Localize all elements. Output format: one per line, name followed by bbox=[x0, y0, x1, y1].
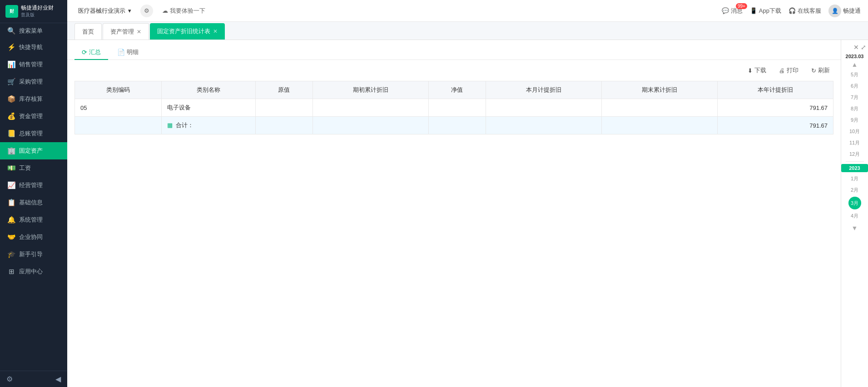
col-code: 类别编码 bbox=[75, 81, 162, 99]
user-label: 畅捷通 bbox=[843, 7, 861, 15]
user-icon: 👤 bbox=[832, 8, 838, 14]
subtotal-period-dep bbox=[312, 117, 428, 134]
sub-tab-summary[interactable]: ⟳ 汇总 bbox=[74, 45, 108, 60]
sidebar-item-system[interactable]: 🔔 系统管理 bbox=[0, 211, 67, 228]
message-action[interactable]: 💬 消息 99+ bbox=[722, 7, 743, 15]
month-2[interactable]: 2月 bbox=[841, 185, 868, 195]
inventory-icon: 📦 bbox=[7, 95, 15, 103]
month-4[interactable]: 4月 bbox=[841, 211, 868, 221]
phone-icon: 📱 bbox=[750, 7, 757, 14]
table-wrap: 类别编码 类别名称 原值 期初累计折旧 净值 本月计提折旧 期末累计折旧 本年计… bbox=[67, 81, 841, 387]
sidebar-item-label: 总账管理 bbox=[19, 129, 43, 138]
month-1[interactable]: 1月 bbox=[841, 174, 868, 184]
subtotal-net bbox=[428, 117, 486, 134]
year-2023[interactable]: 2023 bbox=[841, 164, 868, 172]
main-area: 医疗器械行业演示 ▾ ⚙ ☁ 我要体验一下 💬 消息 99+ 📱 App下载 🎧… bbox=[67, 0, 868, 387]
headset-icon: 🎧 bbox=[789, 7, 796, 14]
tab-home-label: 首页 bbox=[82, 28, 94, 36]
table-row[interactable]: 05 电子设备 791.67 bbox=[75, 99, 833, 117]
sub-tab-detail[interactable]: 📄 明细 bbox=[110, 45, 146, 60]
refresh-button[interactable]: ↻ 刷新 bbox=[808, 64, 833, 76]
row-annual-dep: 791.67 bbox=[717, 99, 833, 117]
month-11[interactable]: 11月 bbox=[841, 138, 868, 148]
appdownload-action[interactable]: 📱 App下载 bbox=[750, 7, 781, 15]
support-action[interactable]: 🎧 在线客服 bbox=[789, 7, 821, 15]
sidebar-item-ledger[interactable]: 📒 总账管理 bbox=[0, 125, 67, 142]
sidebar-item-label: 经营管理 bbox=[19, 181, 43, 189]
col-monthly-dep: 本月计提折旧 bbox=[486, 81, 602, 99]
sidebar-item-label: 销售管理 bbox=[19, 60, 43, 69]
month-8[interactable]: 8月 bbox=[841, 104, 868, 114]
month-5[interactable]: 5月 bbox=[841, 70, 868, 79]
collapse-icon[interactable]: ◀ bbox=[55, 375, 61, 383]
page-content: ⟳ 汇总 📄 明细 ⬇ 下载 🖨 打印 bbox=[67, 40, 841, 387]
sidebar-item-label: 系统管理 bbox=[19, 216, 43, 224]
sidebar-item-label: 新手引导 bbox=[19, 250, 43, 258]
sidebar-item-ops[interactable]: 📈 经营管理 bbox=[0, 177, 67, 194]
tab-depreciation-close[interactable]: ✕ bbox=[213, 28, 218, 35]
tab-home[interactable]: 首页 bbox=[74, 23, 102, 40]
sidebar-item-purchase[interactable]: 🛒 采购管理 bbox=[0, 73, 67, 90]
content-area: ⟳ 汇总 📄 明细 ⬇ 下载 🖨 打印 bbox=[67, 40, 868, 387]
year-month-label: 2023.03 bbox=[844, 53, 866, 60]
sales-icon: 📊 bbox=[7, 60, 15, 69]
sidebar-item-salary[interactable]: 💵 工资 bbox=[0, 159, 67, 177]
month-12[interactable]: 12月 bbox=[841, 149, 868, 159]
tab-assets-close[interactable]: ✕ bbox=[137, 29, 141, 35]
logo-sub: 普及版 bbox=[21, 12, 54, 18]
tab-depreciation[interactable]: 固定资产折旧统计表 ✕ bbox=[150, 23, 225, 40]
ops-icon: 📈 bbox=[7, 181, 15, 189]
sidebar-item-fixed[interactable]: 🏢 固定资产 bbox=[0, 142, 67, 159]
download-button[interactable]: ⬇ 下载 bbox=[744, 64, 770, 76]
sidebar-scroll: 🔍 搜索菜单 ⚡ 快捷导航 📊 销售管理 🛒 采购管理 📦 库存核算 💰 资金管… bbox=[0, 23, 67, 371]
logo-text: 畅捷通好业财 bbox=[21, 5, 54, 12]
sidebar-item-funds[interactable]: 💰 资金管理 bbox=[0, 108, 67, 125]
sidebar-item-label: 采购管理 bbox=[19, 78, 43, 86]
company-name: 医疗器械行业演示 bbox=[78, 7, 125, 15]
collab-icon: 🤝 bbox=[7, 233, 15, 241]
download-icon: ⬇ bbox=[748, 67, 753, 74]
sidebar-item-basic[interactable]: 📋 基础信息 bbox=[0, 194, 67, 211]
avatar: 👤 bbox=[828, 5, 841, 17]
appcenter-icon: ⊞ bbox=[7, 268, 15, 276]
sidebar-item-quicknav[interactable]: ⚡ 快捷导航 bbox=[0, 39, 67, 56]
month-10[interactable]: 10月 bbox=[841, 127, 868, 136]
sidebar-item-guide[interactable]: 🎓 新手引导 bbox=[0, 246, 67, 263]
panel-close-icon[interactable]: ✕ bbox=[853, 44, 859, 51]
sidebar-item-search[interactable]: 🔍 搜索菜单 bbox=[0, 23, 67, 39]
experience-button[interactable]: ☁ 我要体验一下 bbox=[159, 5, 209, 17]
month-7[interactable]: 7月 bbox=[841, 93, 868, 102]
row-period-dep bbox=[312, 99, 428, 117]
top-header: 医疗器械行业演示 ▾ ⚙ ☁ 我要体验一下 💬 消息 99+ 📱 App下载 🎧… bbox=[67, 0, 868, 22]
col-original: 原值 bbox=[255, 81, 312, 99]
print-button[interactable]: 🖨 打印 bbox=[775, 64, 802, 76]
gear-button[interactable]: ⚙ bbox=[140, 5, 153, 17]
company-selector[interactable]: 医疗器械行业演示 ▾ bbox=[74, 5, 135, 17]
subtotal-label: ▦ 合计： bbox=[161, 117, 255, 134]
month-9[interactable]: 9月 bbox=[841, 115, 868, 125]
row-name: 电子设备 bbox=[161, 99, 255, 117]
sidebar-item-label: 基础信息 bbox=[19, 198, 43, 207]
fixed-icon: 🏢 bbox=[7, 147, 15, 155]
month-3-active[interactable]: 3月 bbox=[848, 197, 861, 209]
content-main: ⟳ 汇总 📄 明细 ⬇ 下载 🖨 打印 bbox=[67, 40, 841, 387]
row-monthly-dep bbox=[486, 99, 602, 117]
month-6[interactable]: 6月 bbox=[841, 81, 868, 91]
sidebar-item-appcenter[interactable]: ⊞ 应用中心 bbox=[0, 263, 67, 280]
user-action[interactable]: 👤 畅捷通 bbox=[828, 5, 861, 17]
appdownload-label: App下载 bbox=[759, 7, 781, 15]
sidebar-item-inventory[interactable]: 📦 库存核算 bbox=[0, 90, 67, 108]
sidebar-item-label: 搜索菜单 bbox=[19, 27, 43, 35]
settings-icon[interactable]: ⚙ bbox=[6, 375, 13, 383]
sidebar-item-label: 企业协同 bbox=[19, 233, 43, 241]
print-icon: 🖨 bbox=[779, 67, 785, 74]
sidebar-item-collab[interactable]: 🤝 企业协同 bbox=[0, 228, 67, 246]
quicknav-icon: ⚡ bbox=[7, 43, 15, 51]
experience-label: 我要体验一下 bbox=[170, 7, 205, 15]
tab-assets[interactable]: 资产管理 ✕ bbox=[103, 23, 149, 40]
date-up-button[interactable]: ▲ bbox=[841, 60, 868, 69]
date-down-button[interactable]: ▼ bbox=[841, 223, 868, 233]
panel-expand-icon[interactable]: ⤢ bbox=[861, 44, 866, 51]
sidebar-item-label: 固定资产 bbox=[19, 147, 43, 155]
sidebar-item-sales[interactable]: 📊 销售管理 bbox=[0, 56, 67, 73]
